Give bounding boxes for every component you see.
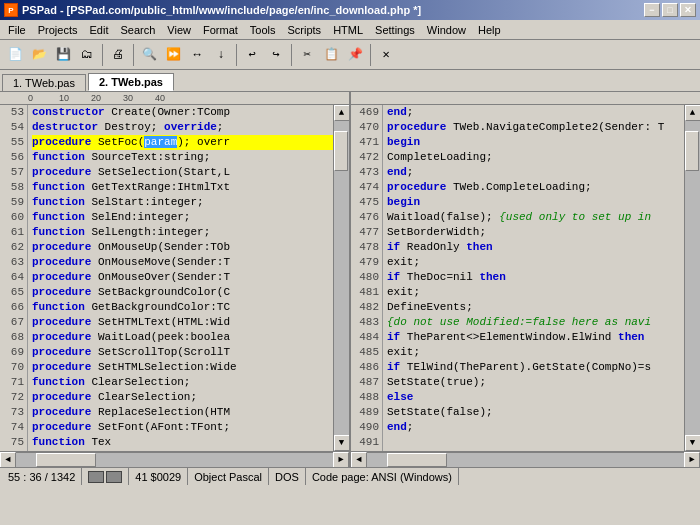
paste-button[interactable]: 📌 [344, 44, 366, 66]
menu-html[interactable]: HTML [327, 22, 369, 38]
code-line: procedure SetFont(AFont:TFont; [32, 420, 333, 435]
title-bar-left: P PSPad - [PSPad.com/public_html/www/inc… [4, 3, 421, 17]
scroll-down-button[interactable]: ▼ [685, 435, 701, 451]
copy-button[interactable]: 📋 [320, 44, 342, 66]
scroll-thumb[interactable] [685, 131, 699, 171]
sep5 [370, 44, 371, 66]
new-button[interactable]: 📄 [4, 44, 26, 66]
menu-scripts[interactable]: Scripts [282, 22, 328, 38]
close-button[interactable]: ✕ [680, 3, 696, 17]
menu-tools[interactable]: Tools [244, 22, 282, 38]
search-button[interactable]: 🔍 [138, 44, 160, 66]
code-line: function Tex [32, 435, 333, 450]
line-num: 490 [351, 420, 382, 435]
hscroll-left-button[interactable]: ◄ [351, 452, 367, 467]
menu-projects[interactable]: Projects [32, 22, 84, 38]
sep2 [133, 44, 134, 66]
hscroll-thumb[interactable] [387, 453, 447, 467]
cursor-pos-text: 55 : 36 / 1342 [8, 471, 75, 483]
right-panel: 469 470 471 472 473 474 475 476 477 478 … [351, 92, 700, 467]
line-num: 469 [351, 105, 382, 120]
goto-button[interactable]: ↓ [210, 44, 232, 66]
code-line: procedure TWeb.NavigateComplete2(Sender:… [387, 120, 684, 135]
hscroll-track[interactable] [367, 453, 684, 467]
code-line: function SourceText:string; [32, 150, 333, 165]
scroll-up-button[interactable]: ▲ [685, 105, 701, 121]
cut-button[interactable]: ✂ [296, 44, 318, 66]
code-line [387, 435, 684, 450]
line-num: 481 [351, 285, 382, 300]
tab-1[interactable]: 1. TWeb.pas [2, 74, 86, 91]
main-area: 0 10 20 30 40 53 54 55 56 57 58 59 60 61… [0, 92, 700, 467]
line-num: 63 [0, 255, 27, 270]
scroll-thumb[interactable] [334, 131, 348, 171]
code-line: procedure WaitLoad(peek:boolea [32, 330, 333, 345]
save-all-button[interactable]: 🗂 [76, 44, 98, 66]
line-num: 74 [0, 420, 27, 435]
line-num: 70 [0, 360, 27, 375]
menu-settings[interactable]: Settings [369, 22, 421, 38]
hscroll-left[interactable]: ◄ ► [0, 452, 349, 467]
code-line: if TheDoc=nil then [387, 270, 684, 285]
code-line: constructor Create(Owner:TComp [32, 105, 333, 120]
line-num: 485 [351, 345, 382, 360]
hscroll-track[interactable] [16, 453, 333, 467]
line-num: 480 [351, 270, 382, 285]
language-info: Object Pascal [188, 468, 269, 485]
tab-2[interactable]: 2. TWeb.pas [88, 73, 174, 91]
left-scrollbar[interactable]: ▲ ▼ [333, 105, 349, 451]
codepage-info: Code page: ANSI (Windows) [306, 468, 459, 485]
column-info: 41 $0029 [129, 468, 188, 485]
status-icon-1 [88, 471, 104, 483]
code-line: function ClearSelection; [32, 375, 333, 390]
find-next-button[interactable]: ⏩ [162, 44, 184, 66]
minimize-button[interactable]: − [644, 3, 660, 17]
line-num: 479 [351, 255, 382, 270]
code-line: procedure SetHTMLText(HTML:Wid [32, 315, 333, 330]
replace-button[interactable]: ↔ [186, 44, 208, 66]
print-button[interactable]: 🖨 [107, 44, 129, 66]
scroll-track[interactable] [334, 121, 349, 435]
scroll-up-button[interactable]: ▲ [334, 105, 350, 121]
menu-search[interactable]: Search [114, 22, 161, 38]
left-hscroll: ◄ ► [0, 451, 349, 467]
hscroll-left-button[interactable]: ◄ [0, 452, 16, 467]
hscroll-right-button[interactable]: ► [684, 452, 700, 467]
line-num: 470 [351, 120, 382, 135]
encoding-info: DOS [269, 468, 306, 485]
code-line: function GetBackgroundColor:TC [32, 300, 333, 315]
close-file-button[interactable]: ✕ [375, 44, 397, 66]
menu-window[interactable]: Window [421, 22, 472, 38]
redo-button[interactable]: ↪ [265, 44, 287, 66]
line-num: 65 [0, 285, 27, 300]
right-code-lines[interactable]: end; procedure TWeb.NavigateComplete2(Se… [383, 105, 684, 451]
scroll-track[interactable] [685, 121, 700, 435]
left-code-lines[interactable]: constructor Create(Owner:TComp destructo… [28, 105, 333, 451]
open-button[interactable]: 📂 [28, 44, 50, 66]
line-num: 67 [0, 315, 27, 330]
line-num: 487 [351, 375, 382, 390]
hscroll-right[interactable]: ◄ ► [351, 452, 700, 467]
code-line: CompleteLoading; [387, 150, 684, 165]
line-num: 61 [0, 225, 27, 240]
language-text: Object Pascal [194, 471, 262, 483]
menu-view[interactable]: View [161, 22, 197, 38]
save-button[interactable]: 💾 [52, 44, 74, 66]
scroll-down-button[interactable]: ▼ [334, 435, 350, 451]
hscroll-right-button[interactable]: ► [333, 452, 349, 467]
code-line: procedure SetSelection(Start,L [32, 165, 333, 180]
right-scrollbar[interactable]: ▲ ▼ [684, 105, 700, 451]
menu-format[interactable]: Format [197, 22, 244, 38]
code-line: procedure OnMouseMove(Sender:T [32, 255, 333, 270]
right-line-numbers: 469 470 471 472 473 474 475 476 477 478 … [351, 105, 383, 451]
code-line: SetState(true); [387, 375, 684, 390]
line-num: 56 [0, 150, 27, 165]
menu-file[interactable]: File [2, 22, 32, 38]
hscroll-thumb[interactable] [36, 453, 96, 467]
code-line: exit; [387, 285, 684, 300]
maximize-button[interactable]: □ [662, 3, 678, 17]
menu-edit[interactable]: Edit [83, 22, 114, 38]
undo-button[interactable]: ↩ [241, 44, 263, 66]
menu-help[interactable]: Help [472, 22, 507, 38]
line-num: 489 [351, 405, 382, 420]
